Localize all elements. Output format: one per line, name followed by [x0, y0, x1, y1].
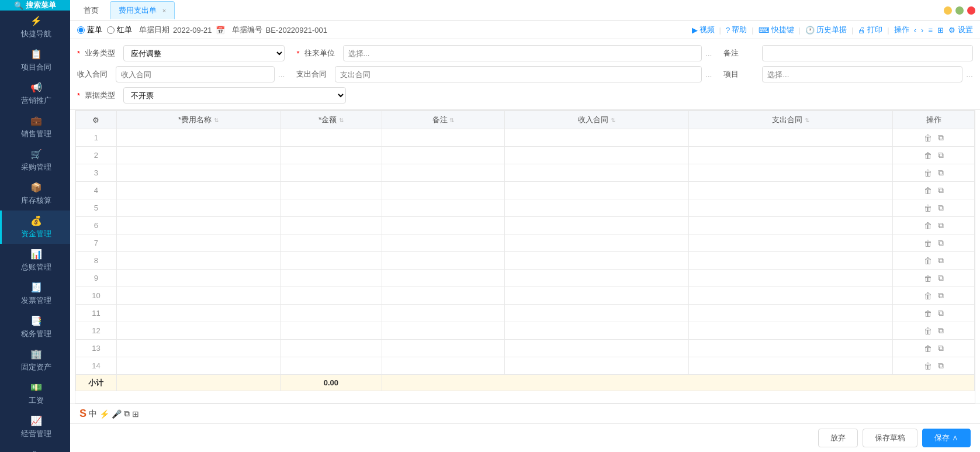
cell-expense-contract[interactable]: [688, 129, 893, 147]
project-dots[interactable]: ...: [966, 70, 973, 79]
cell-remark[interactable]: [382, 182, 505, 199]
cell-remark[interactable]: [382, 234, 505, 252]
copy-row-button[interactable]: ⧉: [937, 237, 945, 249]
cell-remark[interactable]: [382, 305, 505, 322]
cell-expense-name[interactable]: [116, 234, 280, 252]
blue-bill-radio[interactable]: 蓝单: [77, 25, 102, 35]
col-remark[interactable]: 备注 ⇅: [382, 111, 505, 129]
cell-remark[interactable]: [382, 287, 505, 305]
tab-home[interactable]: 首页: [75, 1, 108, 19]
zhong-icon[interactable]: 中: [89, 409, 97, 419]
counterpart-input[interactable]: [343, 45, 702, 61]
cell-income-contract[interactable]: [505, 252, 689, 270]
invoice-type-select[interactable]: 不开票: [123, 87, 346, 103]
cell-expense-contract[interactable]: [688, 270, 893, 287]
delete-row-button[interactable]: 🗑: [923, 167, 933, 179]
delete-row-button[interactable]: 🗑: [923, 272, 933, 284]
delete-row-button[interactable]: 🗑: [923, 220, 933, 232]
cell-remark[interactable]: [382, 129, 505, 147]
sidebar-item-project-contract[interactable]: 📋 项目合同: [0, 44, 70, 77]
cell-amount[interactable]: [280, 252, 382, 270]
calendar-icon[interactable]: 📅: [216, 26, 225, 34]
business-type-select[interactable]: 应付调整: [123, 45, 285, 61]
cell-income-contract[interactable]: [505, 217, 689, 234]
delete-row-button[interactable]: 🗑: [923, 325, 933, 337]
sidebar-item-inventory[interactable]: 📦 库存核算: [0, 177, 70, 211]
cell-income-contract[interactable]: [505, 287, 689, 305]
cell-remark[interactable]: [382, 217, 505, 234]
sidebar-item-base-info[interactable]: 🗂 基础信息: [0, 444, 70, 452]
delete-row-button[interactable]: 🗑: [923, 150, 933, 161]
copy-icon[interactable]: ⧉: [124, 409, 130, 419]
cell-expense-name[interactable]: [116, 199, 280, 217]
cell-amount[interactable]: [280, 234, 382, 252]
cell-expense-name[interactable]: [116, 164, 280, 182]
copy-row-button[interactable]: ⧉: [937, 149, 945, 161]
nav-next-btn[interactable]: ›: [921, 26, 923, 34]
cell-expense-name[interactable]: [116, 147, 280, 164]
copy-row-button[interactable]: ⧉: [937, 219, 945, 232]
cell-remark[interactable]: [382, 147, 505, 164]
delete-row-button[interactable]: 🗑: [923, 255, 933, 267]
cell-amount[interactable]: [280, 322, 382, 340]
cell-amount[interactable]: [280, 147, 382, 164]
view-list-btn[interactable]: ≡: [928, 26, 933, 34]
cell-expense-contract[interactable]: [688, 305, 893, 322]
copy-row-button[interactable]: ⧉: [937, 325, 945, 337]
abandon-button[interactable]: 放弃: [818, 429, 858, 447]
expense-table[interactable]: ⚙ *费用名称 ⇅ *金额 ⇅ 备注 ⇅: [75, 110, 975, 403]
copy-row-button[interactable]: ⧉: [937, 184, 945, 196]
cell-income-contract[interactable]: [505, 147, 689, 164]
cell-amount[interactable]: [280, 199, 382, 217]
cell-expense-contract[interactable]: [688, 234, 893, 252]
cell-amount[interactable]: [280, 357, 382, 375]
cell-remark[interactable]: [382, 357, 505, 375]
sidebar-item-accounting[interactable]: 📊 总账管理: [0, 244, 70, 277]
col-expense-name[interactable]: *费用名称 ⇅: [116, 111, 280, 129]
sidebar-item-tax[interactable]: 📑 税务管理: [0, 310, 70, 344]
cell-remark[interactable]: [382, 340, 505, 357]
cell-amount[interactable]: [280, 340, 382, 357]
cell-amount[interactable]: [280, 270, 382, 287]
view-grid-btn[interactable]: ⊞: [937, 26, 944, 34]
cell-amount[interactable]: [280, 305, 382, 322]
mic-icon[interactable]: 🎤: [112, 409, 122, 419]
copy-row-button[interactable]: ⧉: [937, 254, 945, 267]
minimize-button[interactable]: [944, 6, 952, 15]
col-expense-contract[interactable]: 支出合同 ⇅: [688, 111, 893, 129]
sidebar-item-invoice[interactable]: 🧾 发票管理: [0, 277, 70, 310]
remark-input[interactable]: [762, 45, 973, 61]
operations-action[interactable]: 操作: [894, 25, 909, 35]
delete-row-button[interactable]: 🗑: [923, 237, 933, 249]
income-contract-dots[interactable]: ...: [278, 70, 285, 79]
lightning-icon[interactable]: ⚡: [99, 409, 109, 419]
copy-row-button[interactable]: ⧉: [937, 202, 945, 214]
tab-close-icon[interactable]: ×: [162, 7, 166, 14]
expense-contract-dots[interactable]: ...: [705, 70, 712, 79]
col-amount[interactable]: *金额 ⇅: [280, 111, 382, 129]
col-income-contract[interactable]: 收入合同 ⇅: [505, 111, 689, 129]
delete-row-button[interactable]: 🗑: [923, 360, 933, 372]
help-action[interactable]: ? 帮助: [726, 25, 747, 35]
cell-income-contract[interactable]: [505, 129, 689, 147]
cell-expense-name[interactable]: [116, 217, 280, 234]
cell-remark[interactable]: [382, 252, 505, 270]
cell-income-contract[interactable]: [505, 199, 689, 217]
copy-row-button[interactable]: ⧉: [937, 167, 945, 179]
copy-row-button[interactable]: ⧉: [937, 342, 945, 354]
sidebar-item-fixed-assets[interactable]: 🏢 固定资产: [0, 344, 70, 377]
grid-icon[interactable]: ⊞: [132, 409, 139, 419]
cell-income-contract[interactable]: [505, 357, 689, 375]
counterpart-dots[interactable]: ...: [705, 49, 712, 58]
cell-expense-name[interactable]: [116, 182, 280, 199]
cell-expense-name[interactable]: [116, 270, 280, 287]
expense-contract-input[interactable]: [335, 66, 701, 82]
sidebar-header[interactable]: 🔍 搜索菜单: [0, 0, 70, 11]
sidebar-item-ops[interactable]: 📈 经营管理: [0, 410, 70, 444]
cell-expense-name[interactable]: [116, 287, 280, 305]
save-draft-button[interactable]: 保存草稿: [863, 429, 917, 447]
settings-btn[interactable]: ⚙ 设置: [948, 25, 973, 35]
cell-remark[interactable]: [382, 164, 505, 182]
cell-income-contract[interactable]: [505, 322, 689, 340]
delete-row-button[interactable]: 🗑: [923, 308, 933, 319]
